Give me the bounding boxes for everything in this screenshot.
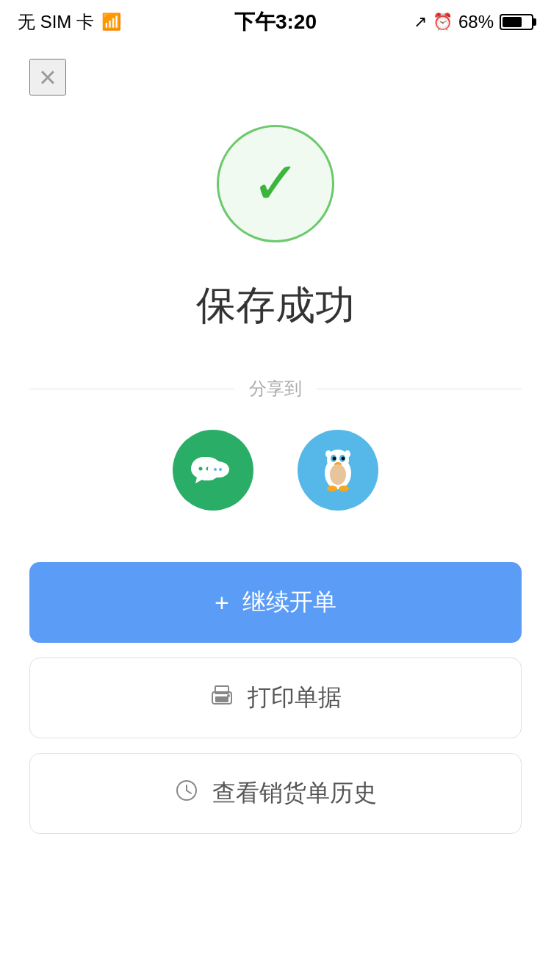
continue-button[interactable]: + 继续开单 bbox=[29, 562, 522, 643]
action-buttons: + 继续开单 打印单据 bbox=[29, 562, 522, 834]
share-icons-row bbox=[173, 430, 378, 511]
status-right: ↗ ⏰ 68% bbox=[414, 12, 533, 32]
print-button[interactable]: 打印单据 bbox=[29, 657, 522, 738]
svg-rect-19 bbox=[215, 696, 228, 702]
status-bar: 无 SIM 卡 📶 下午3:20 ↗ ⏰ 68% bbox=[0, 0, 551, 44]
success-title: 保存成功 bbox=[196, 279, 355, 333]
history-button[interactable]: 查看销货单历史 bbox=[29, 753, 522, 834]
status-time: 下午3:20 bbox=[234, 8, 317, 36]
svg-point-14 bbox=[327, 486, 337, 491]
divider-line-left bbox=[29, 389, 234, 389]
qq-share-button[interactable] bbox=[298, 430, 378, 511]
status-left: 无 SIM 卡 📶 bbox=[18, 10, 121, 34]
svg-point-16 bbox=[325, 450, 331, 458]
success-icon-circle: ✓ bbox=[217, 125, 334, 242]
svg-point-15 bbox=[339, 486, 349, 491]
svg-point-4 bbox=[214, 468, 217, 471]
location-icon: ↗ bbox=[414, 12, 427, 32]
svg-point-21 bbox=[227, 694, 230, 697]
battery-bar bbox=[500, 14, 533, 30]
close-button[interactable]: × bbox=[29, 59, 66, 96]
history-icon bbox=[174, 778, 199, 809]
wechat-icon bbox=[190, 447, 237, 494]
svg-point-5 bbox=[219, 468, 222, 471]
close-icon: × bbox=[39, 62, 56, 92]
plus-icon: + bbox=[215, 588, 229, 617]
alarm-icon: ⏰ bbox=[433, 12, 453, 32]
qq-icon bbox=[314, 447, 362, 494]
share-divider: 分享到 bbox=[29, 377, 522, 400]
share-label: 分享到 bbox=[249, 377, 302, 400]
print-icon bbox=[209, 683, 234, 713]
print-label: 打印单据 bbox=[248, 682, 342, 714]
history-label: 查看销货单历史 bbox=[212, 777, 377, 810]
divider-line-right bbox=[317, 389, 522, 389]
svg-point-13 bbox=[330, 464, 346, 485]
wechat-share-button[interactable] bbox=[173, 430, 253, 511]
battery-fill bbox=[503, 17, 522, 27]
svg-point-11 bbox=[341, 456, 345, 460]
svg-point-2 bbox=[198, 466, 202, 470]
battery-container bbox=[500, 14, 533, 30]
svg-point-10 bbox=[332, 456, 336, 460]
wifi-icon: 📶 bbox=[101, 12, 121, 32]
checkmark-icon: ✓ bbox=[251, 154, 300, 213]
svg-point-17 bbox=[345, 450, 350, 458]
svg-line-24 bbox=[187, 790, 191, 793]
main-content: × ✓ 保存成功 分享到 bbox=[0, 44, 551, 849]
sim-text: 无 SIM 卡 bbox=[18, 10, 94, 34]
continue-label: 继续开单 bbox=[242, 586, 336, 619]
battery-percent: 68% bbox=[458, 12, 494, 32]
